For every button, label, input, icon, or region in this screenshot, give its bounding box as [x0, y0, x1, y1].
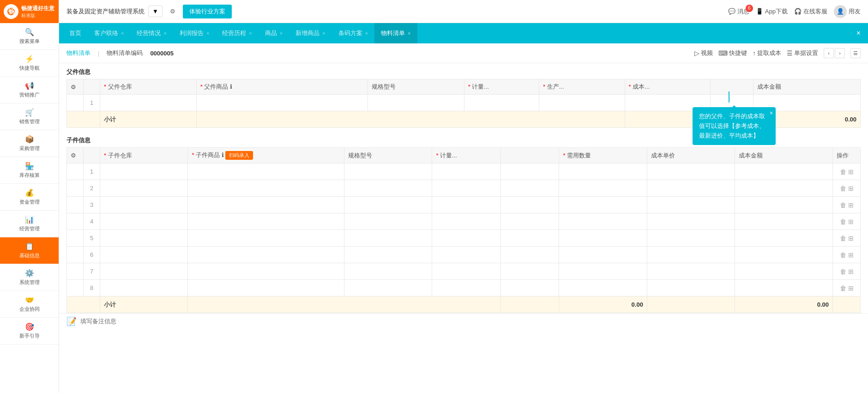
- child-row1-spec[interactable]: [344, 163, 432, 180]
- child-row3-needed[interactable]: [559, 197, 647, 213]
- child-row2-warehouse[interactable]: [100, 180, 188, 197]
- child-row5-goods[interactable]: [188, 230, 344, 247]
- copy-icon-1[interactable]: ⊞: [848, 168, 854, 175]
- delete-icon-3[interactable]: 🗑: [840, 201, 846, 209]
- child-row5-spec[interactable]: [344, 230, 432, 247]
- tab-barcode-close[interactable]: ×: [365, 30, 368, 36]
- child-row8-needed[interactable]: [559, 280, 647, 296]
- tab-barcode[interactable]: 条码方案 ×: [332, 23, 374, 43]
- tab-bom-close[interactable]: ×: [408, 30, 410, 36]
- tab-new-goods[interactable]: 新增商品 ×: [289, 23, 332, 43]
- child-row8-goods[interactable]: [188, 280, 344, 296]
- child-row2-goods[interactable]: [188, 180, 344, 197]
- prev-arrow[interactable]: ‹: [824, 48, 834, 58]
- child-row7-warehouse[interactable]: [100, 263, 188, 280]
- child-row4-costamount[interactable]: [735, 213, 833, 230]
- copy-icon-6[interactable]: ⊞: [848, 251, 854, 259]
- tab-goods[interactable]: 商品 ×: [259, 23, 289, 43]
- child-row8-costamount[interactable]: [735, 280, 833, 296]
- sidebar-item-operations[interactable]: 📊 经营管理: [0, 211, 59, 237]
- tab-new-goods-close[interactable]: ×: [322, 30, 325, 36]
- parent-row1-warehouse[interactable]: [100, 95, 197, 111]
- child-row4-spec[interactable]: [344, 213, 432, 230]
- delete-icon-4[interactable]: 🗑: [840, 218, 846, 225]
- child-row2-unit[interactable]: [432, 180, 500, 197]
- online-service-btn[interactable]: 🎧 在线客服: [794, 7, 827, 16]
- message-btn[interactable]: 💬 消息 6: [728, 7, 749, 16]
- delete-icon-7[interactable]: 🗑: [840, 268, 846, 275]
- copy-icon-8[interactable]: ⊞: [848, 284, 854, 292]
- child-row7-costamount[interactable]: [735, 263, 833, 280]
- parent-row1-spec[interactable]: [368, 95, 464, 111]
- copy-icon-5[interactable]: ⊞: [848, 235, 854, 242]
- tab-profit[interactable]: 利润报告 ×: [173, 23, 216, 43]
- child-row1-needed[interactable]: [559, 163, 647, 180]
- tooltip-close-btn[interactable]: ×: [770, 109, 773, 118]
- tab-customer-close[interactable]: ×: [121, 30, 124, 36]
- child-row2-costamount[interactable]: [735, 180, 833, 197]
- child-row5-needed[interactable]: [559, 230, 647, 247]
- scan-btn[interactable]: 扫码录入: [225, 151, 253, 160]
- copy-icon-3[interactable]: ⊞: [848, 201, 854, 209]
- shortcut-action[interactable]: ⌨ 快捷键: [718, 49, 747, 57]
- child-row3-unit[interactable]: [432, 197, 500, 213]
- child-row1-costamount[interactable]: [735, 163, 833, 180]
- child-row3-spec[interactable]: [344, 197, 432, 213]
- child-row8-unit[interactable]: [432, 280, 500, 296]
- topbar-settings-btn[interactable]: ⚙: [166, 5, 179, 18]
- parent-row1-produce[interactable]: [539, 95, 625, 111]
- copy-icon-2[interactable]: ⊞: [848, 185, 854, 192]
- grid-view-btn[interactable]: ☰: [850, 48, 861, 58]
- delete-icon-8[interactable]: 🗑: [840, 284, 846, 292]
- app-download-btn[interactable]: 📱 App下载: [756, 7, 788, 16]
- tab-home[interactable]: 首页: [63, 23, 88, 43]
- sidebar-item-purchase[interactable]: 📦 采购管理: [0, 130, 59, 157]
- child-row4-unitcost[interactable]: [647, 213, 735, 230]
- child-row2-spec[interactable]: [344, 180, 432, 197]
- child-row1-goods[interactable]: [188, 163, 344, 180]
- child-row4-unit[interactable]: [432, 213, 500, 230]
- sidebar-item-inventory[interactable]: 🏪 库存核算: [0, 157, 59, 184]
- child-row4-goods[interactable]: [188, 213, 344, 230]
- user-menu[interactable]: 👤 用友: [834, 5, 861, 18]
- sidebar-item-search[interactable]: 🔍 搜索菜单: [0, 23, 59, 50]
- child-row6-spec[interactable]: [344, 247, 432, 263]
- child-row6-warehouse[interactable]: [100, 247, 188, 263]
- child-row1-warehouse[interactable]: [100, 163, 188, 180]
- sidebar-item-cooperation[interactable]: 🤝 企业协同: [0, 291, 59, 318]
- parent-row1-unit[interactable]: [464, 95, 539, 111]
- child-row3-costamount[interactable]: [735, 197, 833, 213]
- child-row7-goods[interactable]: [188, 263, 344, 280]
- child-row6-costamount[interactable]: [735, 247, 833, 263]
- child-row4-needed[interactable]: [559, 213, 647, 230]
- child-row7-unit[interactable]: [432, 263, 500, 280]
- child-row6-unit[interactable]: [432, 247, 500, 263]
- child-row6-unitcost[interactable]: [647, 247, 735, 263]
- single-settings-action[interactable]: ☰ 单据设置: [787, 49, 818, 57]
- child-row7-needed[interactable]: [559, 263, 647, 280]
- child-row4-warehouse[interactable]: [100, 213, 188, 230]
- child-row6-goods[interactable]: [188, 247, 344, 263]
- tab-profit-close[interactable]: ×: [206, 30, 209, 36]
- child-row3-goods[interactable]: [188, 197, 344, 213]
- child-row8-spec[interactable]: [344, 280, 432, 296]
- child-row7-spec[interactable]: [344, 263, 432, 280]
- next-arrow[interactable]: ›: [835, 48, 845, 58]
- video-action[interactable]: ▷ 视频: [694, 49, 713, 57]
- child-row5-costamount[interactable]: [735, 230, 833, 247]
- child-row2-needed[interactable]: [559, 180, 647, 197]
- tab-history[interactable]: 经营历程 ×: [216, 23, 258, 43]
- sidebar-item-finance[interactable]: 💰 资金管理: [0, 184, 59, 211]
- copy-icon-7[interactable]: ⊞: [848, 268, 854, 275]
- child-row6-needed[interactable]: [559, 247, 647, 263]
- child-row8-warehouse[interactable]: [100, 280, 188, 296]
- sidebar-item-system[interactable]: ⚙️ 系统管理: [0, 264, 59, 291]
- delete-icon-6[interactable]: 🗑: [840, 251, 846, 259]
- sidebar-item-guide[interactable]: 🎯 新手引导: [0, 318, 59, 345]
- tab-bom[interactable]: 物料清单 ×: [374, 23, 417, 43]
- trial-btn[interactable]: 体验行业方案: [183, 5, 232, 18]
- tab-business[interactable]: 经营情况 ×: [130, 23, 173, 43]
- child-row7-unitcost[interactable]: [647, 263, 735, 280]
- tab-business-close[interactable]: ×: [163, 30, 166, 36]
- delete-icon-2[interactable]: 🗑: [840, 185, 846, 192]
